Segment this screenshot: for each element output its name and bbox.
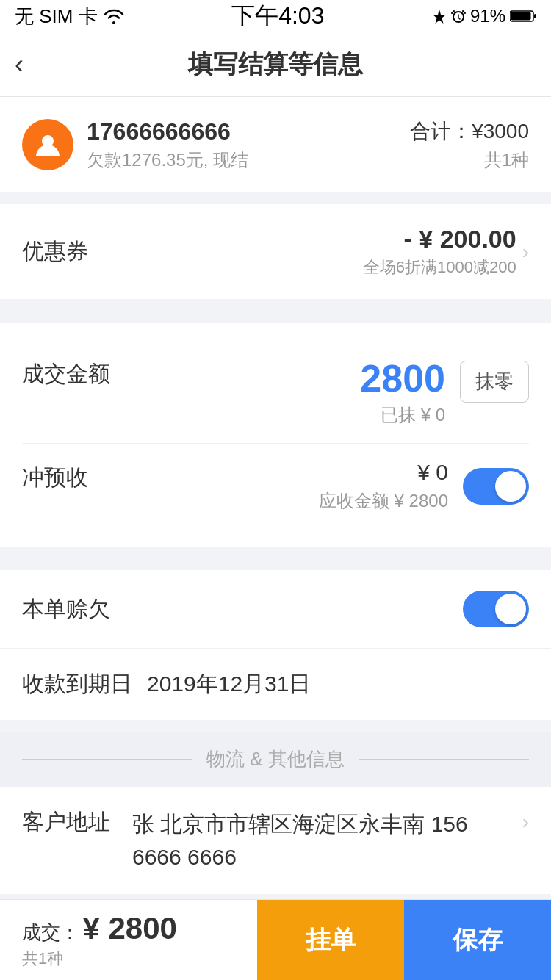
- hang-button[interactable]: 挂单: [257, 900, 404, 981]
- address-label: 客户地址: [22, 807, 110, 837]
- coupon-row[interactable]: 优惠券 - ¥ 200.00 全场6折满1000减200 ›: [0, 204, 551, 299]
- address-chevron-icon: ›: [522, 807, 529, 834]
- status-right: 91%: [432, 6, 536, 26]
- advance-right: ¥ 0 应收金额 ¥ 2800: [319, 460, 529, 513]
- page-title: 填写结算等信息: [188, 48, 363, 82]
- content: 17666666666 欠款1276.35元, 现结 合计：¥3000 共1种 …: [0, 97, 551, 980]
- bottom-deal-row: 成交： ¥ 2800: [22, 911, 235, 946]
- bottom-deal-label: 成交：: [22, 921, 79, 943]
- status-time: 下午4:03: [231, 0, 324, 32]
- battery-icon: [510, 10, 536, 23]
- due-section: 收款到期日 2019年12月31日: [0, 648, 551, 720]
- deal-amount-label: 成交金额: [22, 356, 110, 389]
- customer-debt: 欠款1276.35元, 现结: [87, 148, 248, 172]
- total-count: 共1种: [410, 148, 529, 172]
- customer-info: 17666666666 欠款1276.35元, 现结: [87, 118, 248, 172]
- advance-receivable: 应收金额 ¥ 2800: [319, 489, 448, 513]
- deal-amount-right: 2800 已抹 ¥ 0 抹零: [360, 356, 529, 427]
- due-date-label: 收款到期日: [22, 669, 132, 699]
- deal-big-amount: 2800: [360, 356, 445, 400]
- alarm-icon: [451, 9, 466, 24]
- logistics-divider: 物流 & 其他信息: [0, 732, 551, 787]
- deal-amount-info: 2800 已抹 ¥ 0: [360, 356, 445, 427]
- address-value: 张 北京市市辖区海淀区永丰南 156 6666 6666: [132, 807, 515, 873]
- coupon-desc: 全场6折满1000减200: [364, 256, 516, 278]
- customer-total: 合计：¥3000 共1种: [410, 118, 529, 172]
- address-section[interactable]: 客户地址 张 北京市市辖区海淀区永丰南 156 6666 6666 ›: [0, 787, 551, 894]
- signal-text: 无 SIM 卡: [15, 4, 98, 29]
- advance-toggle[interactable]: [463, 468, 529, 505]
- advance-label: 冲预收: [22, 460, 88, 493]
- customer-card: 17666666666 欠款1276.35元, 现结 合计：¥3000 共1种: [0, 97, 551, 192]
- credit-toggle[interactable]: [463, 591, 529, 627]
- user-icon: [33, 130, 62, 159]
- chevron-right-icon: ›: [522, 240, 529, 264]
- save-button[interactable]: 保存: [404, 900, 551, 981]
- deal-section: 成交金额 2800 已抹 ¥ 0 抹零 冲预收 ¥ 0 应收金额 ¥ 2800: [0, 323, 551, 547]
- advance-amount: ¥ 0: [319, 460, 448, 485]
- advance-info: ¥ 0 应收金额 ¥ 2800: [319, 460, 448, 513]
- credit-section: 本单赊欠: [0, 570, 551, 648]
- coupon-label: 优惠券: [22, 237, 88, 267]
- battery-text: 91%: [470, 6, 505, 26]
- wifi-icon: [104, 8, 124, 24]
- advance-row: 冲预收 ¥ 0 应收金额 ¥ 2800: [22, 444, 529, 529]
- bottom-deal-price: ¥ 2800: [82, 911, 176, 945]
- deal-amount-row: 成交金额 2800 已抹 ¥ 0 抹零: [22, 340, 529, 444]
- back-button[interactable]: ‹: [15, 49, 24, 80]
- bottom-deal-count: 共1种: [22, 948, 235, 970]
- due-date-value: 2019年12月31日: [147, 669, 311, 699]
- svg-rect-2: [511, 12, 531, 21]
- coupon-amount: - ¥ 200.00: [364, 225, 516, 253]
- location-icon: [432, 9, 447, 24]
- status-left: 无 SIM 卡: [15, 4, 124, 29]
- due-row: 收款到期日 2019年12月31日: [22, 669, 529, 699]
- erase-button[interactable]: 抹零: [460, 361, 529, 403]
- svg-rect-3: [534, 14, 536, 18]
- erased-amount: 已抹 ¥ 0: [360, 403, 445, 427]
- coupon-right: - ¥ 200.00 全场6折满1000减200 ›: [364, 225, 529, 278]
- logistics-text: 物流 & 其他信息: [206, 746, 345, 772]
- total-amount: 合计：¥3000: [410, 118, 529, 145]
- avatar: [22, 119, 73, 170]
- section-divider: [0, 311, 551, 323]
- section-divider-2: [0, 547, 551, 558]
- customer-left: 17666666666 欠款1276.35元, 现结: [22, 118, 248, 172]
- nav-bar: ‹ 填写结算等信息: [0, 32, 551, 97]
- bottom-summary: 成交： ¥ 2800 共1种: [0, 911, 257, 970]
- coupon-discount: - ¥ 200.00 全场6折满1000减200: [364, 225, 516, 278]
- customer-phone: 17666666666: [87, 118, 248, 145]
- status-bar: 无 SIM 卡 下午4:03 91%: [0, 0, 551, 32]
- bottom-bar: 成交： ¥ 2800 共1种 挂单 保存: [0, 899, 551, 980]
- credit-label: 本单赊欠: [22, 594, 110, 624]
